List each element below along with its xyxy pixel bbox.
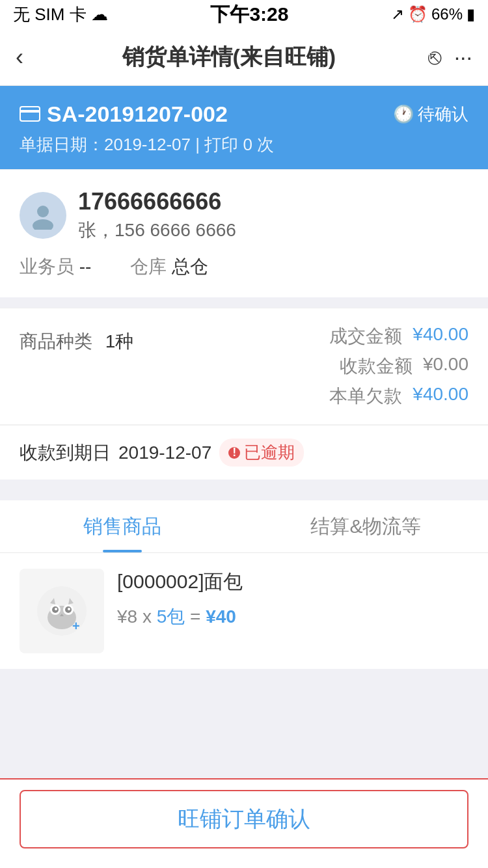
svg-rect-1 xyxy=(20,110,40,113)
debt-value: ¥40.00 xyxy=(413,384,468,409)
nav-actions: ⎋ ··· xyxy=(428,44,472,70)
more-button[interactable]: ··· xyxy=(454,44,472,70)
customer-name: 张，156 6666 6666 xyxy=(78,218,236,243)
confirm-order-button[interactable]: 旺铺订单确认 xyxy=(20,790,468,848)
summary-right: 成交金额 ¥40.00 收款金额 ¥0.00 本单欠款 ¥40.00 xyxy=(244,324,468,409)
due-date-value: 2019-12-07 xyxy=(118,442,211,463)
status-bar-left: 无 SIM 卡 ☁ xyxy=(13,3,108,26)
overdue-badge: ! 已逾期 xyxy=(219,439,304,467)
product-type-value: 1种 xyxy=(105,331,134,351)
due-date-section: 收款到期日 2019-12-07 ! 已逾期 xyxy=(0,425,488,480)
status-bar: 无 SIM 卡 ☁ 下午3:28 ↗ ⏰ 66% ▮ xyxy=(0,0,488,29)
tab-settlement[interactable]: 结算&物流等 xyxy=(244,500,488,552)
status-bar-right: ↗ ⏰ 66% ▮ xyxy=(391,5,475,23)
salesperson-field: 业务员 -- xyxy=(20,254,91,279)
nav-bar: ‹ 销货单详情(来自旺铺) ⎋ ··· xyxy=(0,29,488,86)
product-list: + [0000002]面包 ¥8 x 5包 = ¥40 xyxy=(0,553,488,669)
tab-products[interactable]: 销售商品 xyxy=(0,500,244,552)
svg-point-2 xyxy=(37,206,49,217)
svg-point-3 xyxy=(33,219,53,230)
section-divider xyxy=(0,490,488,500)
avatar xyxy=(20,192,66,239)
overdue-icon: ! xyxy=(228,447,240,459)
battery-level: 66% xyxy=(431,5,463,23)
debt-label: 本单欠款 xyxy=(329,384,402,409)
status-bar-time: 下午3:28 xyxy=(210,1,288,28)
product-name: [0000002]面包 xyxy=(117,569,468,595)
alarm-icon: ⏰ xyxy=(408,5,427,23)
received-value: ¥0.00 xyxy=(423,354,468,379)
svg-point-8 xyxy=(55,608,57,610)
order-icon xyxy=(20,102,40,127)
deal-amount-value: ¥40.00 xyxy=(413,324,468,349)
customer-section: 17666666666 张，156 6666 6666 业务员 -- 仓库 总仓 xyxy=(0,170,488,297)
summary-left: 商品种类 1种 xyxy=(20,324,244,409)
customer-phone: 17666666666 xyxy=(78,188,236,215)
order-id: SA-20191207-002 xyxy=(20,102,228,127)
due-date-label: 收款到期日 xyxy=(20,441,111,465)
battery-icon: ▮ xyxy=(467,5,475,23)
tabs: 销售商品 结算&物流等 xyxy=(0,500,488,552)
svg-point-11 xyxy=(68,608,70,610)
tabs-section: 销售商品 结算&物流等 xyxy=(0,500,488,553)
page-title: 销货单详情(来自旺铺) xyxy=(30,42,428,72)
product-item: + [0000002]面包 ¥8 x 5包 = ¥40 xyxy=(20,569,468,653)
order-status: 🕐 待确认 xyxy=(393,103,468,126)
back-button[interactable]: ‹ xyxy=(9,37,30,77)
share-button[interactable]: ⎋ xyxy=(428,44,441,70)
bottom-bar: 旺铺订单确认 xyxy=(0,778,488,868)
order-header-banner: SA-20191207-002 🕐 待确认 单据日期：2019-12-07 | … xyxy=(0,86,488,169)
svg-rect-0 xyxy=(20,107,40,121)
product-info: [0000002]面包 ¥8 x 5包 = ¥40 xyxy=(117,569,468,629)
location-icon: ↗ xyxy=(391,5,404,23)
product-thumbnail: + xyxy=(20,569,104,653)
order-date: 单据日期：2019-12-07 | 打印 0 次 xyxy=(20,133,468,156)
clock-icon: 🕐 xyxy=(393,104,414,124)
product-type-label: 商品种类 xyxy=(20,331,92,351)
warehouse-field: 仓库 总仓 xyxy=(130,254,208,279)
svg-text:+: + xyxy=(72,619,80,633)
summary-section: 商品种类 1种 成交金额 ¥40.00 收款金额 ¥0.00 本单欠款 ¥40.… xyxy=(0,308,488,480)
customer-meta: 业务员 -- 仓库 总仓 xyxy=(20,254,468,279)
deal-amount-label: 成交金额 xyxy=(329,324,402,349)
received-label: 收款金额 xyxy=(340,354,413,379)
product-price: ¥8 x 5包 = ¥40 xyxy=(117,604,468,629)
